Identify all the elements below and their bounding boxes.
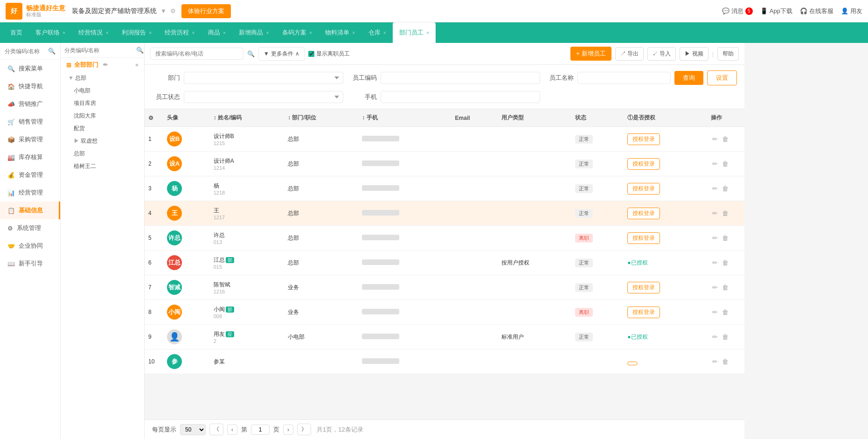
tab-close[interactable]: ×	[352, 30, 355, 35]
row-auth[interactable]: ●已授权	[624, 251, 707, 275]
auth-btn[interactable]: 授权登录	[627, 307, 660, 318]
sidebar-search-input[interactable]	[5, 48, 45, 55]
edit-icon[interactable]: ✏	[712, 308, 718, 316]
tab-barcode[interactable]: 条码方案 ×	[276, 22, 319, 43]
tab-dept-employee[interactable]: 部门员工 ×	[393, 22, 436, 43]
employee-status-select[interactable]	[184, 91, 343, 103]
sidebar-item-basic-info[interactable]: 📋 基础信息	[0, 202, 60, 219]
query-button[interactable]: 查询	[674, 71, 703, 85]
dept-node-general[interactable]: ▼ 总部	[61, 72, 144, 84]
edit-icon[interactable]: ✏	[712, 209, 718, 217]
sidebar-item-search[interactable]: 🔍 搜索菜单	[0, 60, 60, 77]
delete-icon[interactable]: 🗑	[722, 284, 729, 291]
sidebar-item-guide[interactable]: 📖 新手引导	[0, 255, 60, 272]
sidebar-item-inventory[interactable]: 🏭 库存核算	[0, 148, 60, 166]
tab-bom[interactable]: 物料清单 ×	[319, 22, 361, 43]
tab-goods[interactable]: 商品 ×	[201, 22, 232, 43]
tab-close[interactable]: ×	[105, 30, 108, 35]
auth-btn[interactable]: 授权登录	[627, 282, 660, 293]
sidebar-item-operations[interactable]: 📊 经营管理	[0, 184, 60, 202]
more-conditions-btn[interactable]: ▼ 更多条件 ∧	[258, 47, 305, 61]
tab-close[interactable]: ×	[192, 30, 194, 35]
edit-icon[interactable]: ✏	[712, 333, 718, 341]
sidebar-item-nav[interactable]: 🏠 快捷导航	[0, 77, 60, 95]
auth-btn[interactable]: 授权登录	[627, 133, 660, 145]
messages-item[interactable]: 💬 消息 5	[722, 7, 753, 15]
edit-icon[interactable]: ✏	[712, 160, 718, 167]
tab-close[interactable]: ×	[383, 30, 386, 35]
trial-button[interactable]: 体验行业方案	[181, 4, 231, 18]
row-auth[interactable]	[624, 349, 707, 374]
tab-new-goods[interactable]: 新增商品 ×	[232, 22, 275, 43]
tab-close[interactable]: ×	[266, 30, 269, 35]
sidebar-item-system[interactable]: ⚙ 系统管理	[0, 219, 60, 237]
auth-btn[interactable]: 授权登录	[627, 208, 660, 219]
all-dept-item[interactable]: ⊞ 全部部门 ✏ «	[61, 58, 144, 72]
col-settings[interactable]: ⚙	[145, 109, 163, 127]
edit-icon[interactable]: ✏	[712, 358, 718, 365]
auth-btn[interactable]: 授权登录	[627, 232, 660, 244]
tab-close[interactable]: ×	[62, 30, 65, 35]
edit-icon[interactable]: ✏	[712, 259, 718, 266]
delete-icon[interactable]: 🗑	[722, 160, 729, 167]
tab-profit[interactable]: 利润报告 ×	[115, 22, 158, 43]
first-page-btn[interactable]: 《	[209, 424, 223, 435]
settings-icon[interactable]: ⚙	[170, 7, 176, 14]
employee-code-input[interactable]	[381, 72, 540, 84]
delete-icon[interactable]: 🗑	[722, 209, 729, 217]
next-page-btn[interactable]: ›	[283, 425, 293, 435]
set-button[interactable]: 设置	[707, 70, 737, 85]
collapse-icon[interactable]: «	[135, 62, 139, 68]
dept-node-zhishu[interactable]: 植树王二	[61, 160, 144, 173]
delete-icon[interactable]: 🗑	[722, 308, 729, 316]
edit-icon[interactable]: ✏	[712, 185, 718, 192]
add-employee-btn[interactable]: + 新增员工	[570, 47, 611, 61]
edit-icon[interactable]: ✏	[712, 284, 718, 291]
sidebar-item-collab[interactable]: 🤝 企业协同	[0, 237, 60, 255]
sidebar-item-finance[interactable]: 💰 资金管理	[0, 166, 60, 184]
tab-close[interactable]: ×	[223, 30, 226, 35]
phone-input[interactable]	[381, 91, 540, 103]
tab-customer[interactable]: 客户联络 ×	[29, 22, 72, 43]
edit-icon[interactable]: ✏	[712, 234, 718, 242]
search-input[interactable]	[150, 48, 243, 60]
auth-btn[interactable]: 授权登录	[627, 158, 660, 170]
export-btn[interactable]: ↗ 导出	[615, 47, 644, 61]
delete-icon[interactable]: 🗑	[722, 234, 729, 242]
delete-icon[interactable]: 🗑	[722, 185, 729, 192]
employee-name-input[interactable]	[577, 72, 671, 84]
tab-close[interactable]: ×	[149, 30, 152, 35]
auth-btn[interactable]: 授权登录	[627, 183, 660, 195]
delete-icon[interactable]: 🗑	[722, 333, 729, 341]
row-auth[interactable]: 授权登录	[624, 300, 707, 325]
help-btn[interactable]: 帮助	[717, 47, 739, 61]
show-resigned-checkbox[interactable]	[308, 51, 314, 57]
edit-dept-icon[interactable]: ✏	[103, 62, 108, 68]
dept-filter-select[interactable]	[184, 72, 343, 84]
tab-home[interactable]: 首页	[4, 22, 29, 43]
dept-node-peihuo[interactable]: 配货	[61, 122, 144, 135]
tab-history[interactable]: 经营历程 ×	[158, 22, 201, 43]
online-service-item[interactable]: 🎧 在线客服	[800, 7, 833, 15]
row-auth[interactable]: 授权登录	[624, 201, 707, 226]
delete-icon[interactable]: 🗑	[722, 358, 729, 365]
dept-node-zongbu[interactable]: 总部	[61, 147, 144, 160]
delete-icon[interactable]: 🗑	[722, 259, 729, 266]
row-auth[interactable]: 授权登录	[624, 152, 707, 176]
per-page-select[interactable]: 50 100 200	[180, 424, 206, 435]
row-auth[interactable]: 授权登录	[624, 275, 707, 300]
dept-node-project[interactable]: 项目库房	[61, 97, 144, 110]
row-auth[interactable]: ●已授权	[624, 325, 707, 349]
sidebar-item-sales[interactable]: 🛒 销售管理	[0, 113, 60, 131]
user-item[interactable]: 👤 用友	[841, 7, 862, 15]
edit-icon[interactable]: ✏	[712, 135, 718, 143]
dept-node-xiaodibu[interactable]: 小电部	[61, 84, 144, 97]
row-auth[interactable]: 授权登录	[624, 226, 707, 251]
dept-node-shenyang[interactable]: 沈阳大库	[61, 110, 144, 122]
sidebar-item-purchase[interactable]: 📦 采购管理	[0, 131, 60, 148]
search-icon[interactable]: 🔍	[247, 50, 255, 57]
dropdown-icon[interactable]: ▼	[160, 7, 167, 14]
sidebar-item-marketing[interactable]: 📣 营销推广	[0, 95, 60, 113]
app-download-item[interactable]: 📱 App下载	[760, 7, 792, 15]
row-auth[interactable]: 授权登录	[624, 127, 707, 152]
